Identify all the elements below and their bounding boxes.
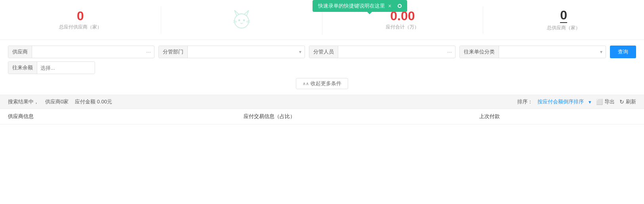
- filter-bar: 供应商 ··· 分管部门 ▾ 分管人员 ··· 往来单位分类 ▾ 查询 往来余额: [0, 40, 644, 95]
- dept-filter-label: 分管部门: [159, 46, 188, 58]
- export-label: 导出: [604, 98, 615, 105]
- balance-filter[interactable]: 往来余额 ▾: [8, 61, 95, 74]
- svg-line-4: [233, 21, 237, 21]
- export-icon: ⬜: [596, 99, 603, 105]
- table-header: 供应商信息 应付交易信息（占比） 上次付款: [0, 109, 644, 124]
- export-button[interactable]: ⬜ 导出: [596, 98, 615, 105]
- results-bar: 搜索结果中， 供应商0家 应付金额 0.00元 排序： 按应付会额倒序排序 ▾ …: [0, 95, 644, 109]
- results-info: 搜索结果中， 供应商0家 应付金额 0.00元: [8, 98, 112, 105]
- dept-input[interactable]: [188, 46, 296, 58]
- person-filter[interactable]: 分管人员 ···: [309, 46, 455, 58]
- svg-point-2: [243, 19, 245, 21]
- unit-type-filter[interactable]: 往来单位分类 ▾: [459, 46, 606, 58]
- supplier-dots[interactable]: ···: [143, 49, 154, 55]
- person-input[interactable]: [338, 46, 444, 58]
- unit-type-chevron[interactable]: ▾: [597, 49, 606, 55]
- col-last-payment-header: 上次付款: [479, 113, 636, 120]
- filter-row-1: 供应商 ··· 分管部门 ▾ 分管人员 ··· 往来单位分类 ▾ 查询: [8, 46, 636, 58]
- stat-total-suppliers: 0 总供应商（家）: [483, 6, 644, 34]
- tooltip-close-btn[interactable]: ×: [388, 3, 391, 9]
- unit-type-input[interactable]: [499, 46, 597, 58]
- tooltip-text: 快速录单的快捷键说明在这里: [318, 2, 385, 10]
- total-suppliers-count: 0: [560, 9, 567, 23]
- refresh-label: 刷新: [626, 98, 636, 105]
- stat-total-payable-suppliers: 0 总应付供应商（家）: [0, 6, 161, 34]
- tooltip-indicator: [398, 4, 402, 8]
- sort-label: 排序：: [517, 98, 533, 105]
- dept-filter[interactable]: 分管部门 ▾: [158, 46, 305, 58]
- balance-filter-label: 往来余额: [8, 62, 37, 74]
- dept-chevron[interactable]: ▾: [296, 49, 305, 55]
- filter-row-2: 往来余额 ▾: [8, 61, 636, 74]
- refresh-button[interactable]: ↻ 刷新: [619, 98, 636, 105]
- col-transaction-header: 应付交易信息（占比）: [244, 113, 479, 120]
- total-payable-suppliers-count: 0: [77, 10, 84, 22]
- cat-icon: [230, 8, 253, 32]
- supplier-input[interactable]: [32, 46, 143, 58]
- cat-icon-block: [161, 5, 322, 35]
- total-suppliers-label: 总供应商（家）: [547, 25, 580, 31]
- collapse-button[interactable]: ∧∧ 收起更多条件: [296, 78, 348, 89]
- supplier-filter[interactable]: 供应商 ···: [8, 46, 154, 58]
- person-dots[interactable]: ···: [444, 49, 455, 55]
- collapse-label: 收起更多条件: [311, 80, 341, 87]
- payable-amount-label: 应付金额 0.00元: [75, 98, 112, 105]
- supplier-filter-label: 供应商: [8, 46, 32, 58]
- person-filter-label: 分管人员: [309, 46, 338, 58]
- collapse-row: ∧∧ 收起更多条件: [8, 76, 636, 92]
- total-payable-suppliers-label: 总应付供应商（家）: [59, 24, 102, 31]
- search-result-label: 搜索结果中，: [8, 98, 39, 105]
- svg-point-1: [238, 19, 240, 21]
- tooltip-popup: 快速录单的快捷键说明在这里 ×: [312, 0, 407, 12]
- sort-value[interactable]: 按应付会额倒序排序: [537, 98, 584, 105]
- balance-select[interactable]: [37, 62, 95, 74]
- supplier-count-label: 供应商0家: [45, 98, 69, 105]
- svg-line-6: [246, 21, 250, 21]
- chevron-up-icon: ∧∧: [303, 81, 309, 86]
- refresh-icon: ↻: [619, 99, 624, 105]
- col-supplier-info-header: 供应商信息: [8, 113, 244, 120]
- sort-chevron-icon[interactable]: ▾: [589, 99, 591, 105]
- unit-type-filter-label: 往来单位分类: [460, 46, 499, 58]
- table-body: [0, 124, 644, 204]
- results-actions: 排序： 按应付会额倒序排序 ▾ ⬜ 导出 ↻ 刷新: [517, 98, 636, 105]
- stats-bar: 0 总应付供应商（家） 0.00 应付合计（万） 快速录单的快捷键说明在这里 ×: [0, 0, 644, 40]
- query-button[interactable]: 查询: [610, 46, 636, 58]
- payable-total-label: 应付合计（万）: [386, 24, 419, 31]
